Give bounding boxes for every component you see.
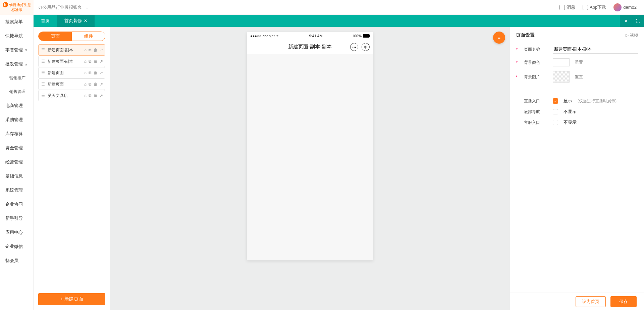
page-row[interactable]: ☰新建页面⌂⧉🗑↗ — [38, 79, 105, 90]
sidebar-item[interactable]: 电商管理 — [0, 99, 33, 113]
sidebar-item[interactable]: 新手引导 — [0, 211, 33, 225]
device-preview: ●●●○○chanjetᯤ 9:41 AM 100% 新建页面-副本-副本 ••… — [247, 32, 373, 260]
sidebar-subitem[interactable]: 营销推广 — [0, 71, 33, 85]
page-row[interactable]: ☰新建页面-副本⌂⧉🗑↗ — [38, 56, 105, 67]
delete-icon[interactable]: 🗑 — [94, 82, 98, 87]
page-name: 新建页面 — [48, 82, 82, 87]
sidebar-item[interactable]: 经营管理 — [0, 155, 33, 169]
copy-icon[interactable]: ⧉ — [89, 82, 92, 87]
live-show-checkbox[interactable]: ✓ — [553, 98, 558, 104]
account-selector[interactable]: 办公用品行业模拟账套 ⌄ — [34, 4, 117, 10]
drag-icon[interactable]: ☰ — [41, 48, 45, 52]
fullscreen-button[interactable]: ⛶ — [632, 15, 644, 27]
bg-image-label: 背景图片 — [524, 74, 547, 80]
page-name-input[interactable] — [553, 45, 638, 54]
bg-image-picker[interactable] — [553, 71, 570, 83]
tab-close-button[interactable]: ✕ — [620, 15, 632, 27]
messages-link[interactable]: 消息 — [559, 4, 575, 10]
toggle-components-button[interactable]: ≡ — [493, 32, 505, 44]
brand-logo[interactable]: b畅捷通好生意 标准版 — [0, 0, 34, 15]
page-row[interactable]: ☰新建页面-副本...⌂⧉🗑↗ — [38, 44, 105, 56]
sidebar-item[interactable]: 企业微信 — [0, 240, 33, 254]
bottom-nav-label: 底部导航 — [524, 109, 547, 115]
drag-icon[interactable]: ☰ — [41, 70, 45, 75]
account-name: 办公用品行业模拟账套 — [38, 4, 82, 10]
sidebar-item[interactable]: 基础信息 — [0, 169, 33, 183]
tab[interactable]: 首页 — [34, 15, 57, 27]
header-actions: 消息 App下载 demo2 — [559, 3, 644, 11]
copy-icon[interactable]: ⧉ — [89, 59, 92, 64]
device-body[interactable] — [247, 54, 373, 260]
page-row[interactable]: ☰吴天文具店⌂⧉🗑↗ — [38, 90, 105, 101]
message-icon — [559, 5, 565, 10]
clock: 9:41 AM — [309, 34, 323, 38]
sidebar-item[interactable]: 采购管理 — [0, 113, 33, 127]
carrier-label: chanjet — [263, 34, 274, 38]
home-icon[interactable]: ⌂ — [84, 82, 87, 87]
delete-icon[interactable]: 🗑 — [94, 59, 98, 64]
new-page-button[interactable]: + 新建页面 — [38, 293, 105, 305]
bg-image-reset[interactable]: 重置 — [575, 74, 583, 80]
bottom-nav-checkbox[interactable] — [553, 109, 558, 114]
share-icon[interactable]: ↗ — [100, 82, 103, 87]
delete-icon[interactable]: 🗑 — [94, 70, 98, 75]
page-name-label: 页面名称 — [524, 47, 547, 52]
sidebar-item[interactable]: 资金管理 — [0, 141, 33, 155]
copy-icon[interactable]: ⧉ — [89, 48, 92, 52]
bg-color-swatch[interactable] — [553, 58, 570, 66]
sidebar-item[interactable]: 快捷导航 — [0, 29, 33, 43]
close-icon[interactable]: ✕ — [84, 18, 87, 23]
share-icon[interactable]: ↗ — [100, 48, 103, 52]
segment-page[interactable]: 页面 — [39, 32, 72, 41]
bg-color-label: 背景颜色 — [524, 60, 547, 65]
service-checkbox[interactable] — [553, 120, 558, 125]
sidebar-item[interactable]: 畅会员 — [0, 254, 33, 268]
set-home-button[interactable]: 设为首页 — [576, 296, 606, 307]
page-component-segment: 页面 组件 — [38, 32, 105, 41]
save-button[interactable]: 保存 — [610, 296, 637, 307]
drag-icon[interactable]: ☰ — [41, 82, 45, 87]
user-menu[interactable]: demo2 — [613, 3, 637, 11]
left-sidebar: 搜索菜单快捷导航零售管理▼批发管理▲营销推广销售管理电商管理采购管理库存核算资金… — [0, 15, 34, 310]
bg-color-reset[interactable]: 重置 — [575, 60, 583, 65]
share-icon[interactable]: ↗ — [100, 70, 103, 75]
video-help-link[interactable]: ▷视频 — [626, 33, 638, 38]
brand-edition: 标准版 — [11, 7, 22, 12]
service-entry-label: 客服入口 — [524, 120, 547, 125]
signal-icon: ●●●○○ — [250, 34, 261, 38]
copy-icon[interactable]: ⧉ — [89, 93, 92, 98]
sidebar-item[interactable]: 应用中心 — [0, 225, 33, 240]
sidebar-item[interactable]: 搜索菜单 — [0, 15, 33, 29]
share-icon[interactable]: ↗ — [100, 93, 103, 98]
sidebar-item[interactable]: 系统管理 — [0, 183, 33, 197]
page-list-panel: 页面 组件 ☰新建页面-副本...⌂⧉🗑↗☰新建页面-副本⌂⧉🗑↗☰新建页面⌂⧉… — [34, 27, 110, 310]
app-download-link[interactable]: App下载 — [583, 4, 606, 10]
drag-icon[interactable]: ☰ — [41, 59, 45, 64]
home-icon[interactable]: ⌂ — [84, 59, 87, 64]
main-area: 页面 组件 ☰新建页面-副本...⌂⧉🗑↗☰新建页面-副本⌂⧉🗑↗☰新建页面⌂⧉… — [34, 27, 644, 310]
delete-icon[interactable]: 🗑 — [94, 93, 98, 98]
device-title: 新建页面-副本-副本 — [288, 44, 332, 50]
battery-icon — [363, 34, 370, 38]
live-entry-label: 直播入口 — [524, 98, 547, 104]
bottom-nav-text: 不显示 — [564, 109, 577, 115]
segment-component[interactable]: 组件 — [72, 32, 105, 41]
delete-icon[interactable]: 🗑 — [94, 48, 98, 52]
sidebar-item[interactable]: 零售管理▼ — [0, 43, 33, 57]
sidebar-item[interactable]: 企业协同 — [0, 197, 33, 211]
sidebar-subitem[interactable]: 销售管理 — [0, 85, 33, 99]
copy-icon[interactable]: ⧉ — [89, 70, 92, 75]
drag-icon[interactable]: ☰ — [41, 93, 45, 98]
mini-close-icon[interactable]: ◎ — [362, 43, 370, 51]
sidebar-item[interactable]: 批发管理▲ — [0, 57, 33, 71]
sidebar-item[interactable]: 库存核算 — [0, 127, 33, 141]
home-icon[interactable]: ⌂ — [84, 93, 87, 98]
share-icon[interactable]: ↗ — [100, 59, 103, 64]
page-row[interactable]: ☰新建页面⌂⧉🗑↗ — [38, 67, 105, 79]
home-icon[interactable]: ⌂ — [84, 48, 87, 52]
brand-icon: b — [3, 2, 8, 7]
home-icon[interactable]: ⌂ — [84, 70, 87, 75]
wifi-icon: ᯤ — [276, 34, 280, 38]
tab[interactable]: 首页装修✕ — [57, 15, 95, 27]
mini-menu-icon[interactable]: ••• — [350, 43, 358, 51]
